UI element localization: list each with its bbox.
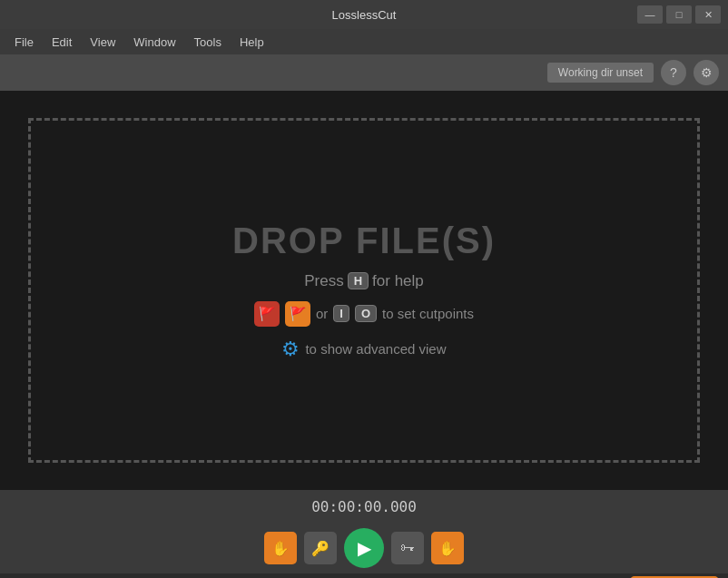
flag-in-icon: 🚩 <box>254 301 280 327</box>
status-bar: ⚙ Toggle advanced view ✂ Export <box>0 573 728 578</box>
settings-button[interactable]: ⚙ <box>694 60 719 85</box>
drop-zone: DROP FILE(S) Press H for help 🚩 🚩 or I O… <box>28 118 700 463</box>
help-suffix: for help <box>372 272 424 290</box>
h-key-badge: H <box>348 272 369 289</box>
title-text: LosslessCut <box>332 8 397 22</box>
menu-tools[interactable]: Tools <box>187 34 229 51</box>
key-right-button[interactable]: 🗝 <box>391 532 424 564</box>
i-key-badge: I <box>333 305 349 322</box>
close-button[interactable]: ✕ <box>695 5 721 24</box>
menu-file[interactable]: File <box>7 34 41 51</box>
key-left-button[interactable]: 🔑 <box>304 532 337 564</box>
play-button[interactable]: ▶ <box>344 528 384 568</box>
drop-title: DROP FILE(S) <box>232 220 496 261</box>
timeline-bar: 00:00:00.000 <box>0 490 728 523</box>
video-area: DROP FILE(S) Press H for help 🚩 🚩 or I O… <box>0 91 728 490</box>
cutpoints-or: or <box>316 306 328 321</box>
advanced-line: ⚙ to show advanced view <box>281 338 446 361</box>
flag-out-icon: 🚩 <box>285 301 310 327</box>
o-key-badge: O <box>355 305 377 322</box>
cutpoints-line: 🚩 🚩 or I O to set cutpoints <box>254 301 474 327</box>
top-bar: Working dir unset ? ⚙ <box>0 54 728 91</box>
help-prefix: Press <box>304 272 343 290</box>
set-start-button[interactable]: ✋ <box>264 532 297 564</box>
window-controls: — □ ✕ <box>637 5 721 24</box>
bottom-controls: ✋ 🔑 ▶ 🗝 ✋ <box>0 523 728 573</box>
advanced-suffix: to show advanced view <box>305 341 446 357</box>
set-end-button[interactable]: ✋ <box>431 532 464 564</box>
title-bar: LosslessCut — □ ✕ <box>0 0 728 29</box>
working-dir-button[interactable]: Working dir unset <box>547 63 654 83</box>
menu-edit[interactable]: Edit <box>44 34 79 51</box>
help-line: Press H for help <box>304 272 424 290</box>
menu-window[interactable]: Window <box>126 34 182 51</box>
help-button[interactable]: ? <box>661 60 686 85</box>
menu-bar: File Edit View Window Tools Help <box>0 29 728 54</box>
advanced-icon: ⚙ <box>281 338 300 361</box>
timecode: 00:00:00.000 <box>311 498 417 515</box>
minimize-button[interactable]: — <box>637 5 663 24</box>
cutpoints-suffix: to set cutpoints <box>382 306 474 321</box>
menu-help[interactable]: Help <box>232 34 271 51</box>
menu-view[interactable]: View <box>83 34 123 51</box>
maximize-button[interactable]: □ <box>666 5 692 24</box>
